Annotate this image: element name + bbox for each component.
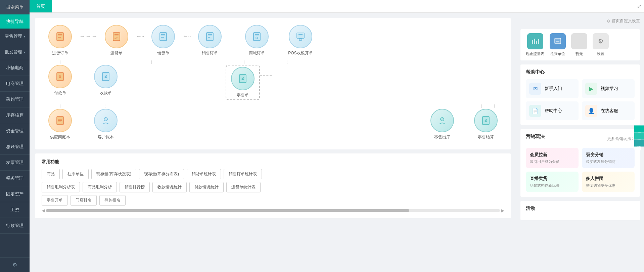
- wf-node-supplier-book[interactable]: 供应商账本: [42, 109, 79, 140]
- tab-home[interactable]: 首页: [30, 0, 52, 12]
- purchase-order-label: 进货订单: [52, 50, 68, 56]
- wf-node-purchase-order[interactable]: 进货订单: [42, 25, 79, 56]
- mkt-group[interactable]: 多人拼团 拼团购物享受优惠: [582, 172, 635, 192]
- sidebar-item-ecommerce-mgmt[interactable]: 电商管理: [0, 76, 30, 92]
- chevron-down-icon: ▾: [24, 35, 25, 38]
- scroll-track: [46, 209, 500, 212]
- receipt-icon: ¥: [94, 65, 118, 88]
- btn-goods-profit[interactable]: 商品毛利分析: [83, 182, 117, 192]
- down-arrows-row-2: ↓ ↓ ↓ ↓: [42, 103, 504, 109]
- cf-row-3: 零售开单 门店排名 导购排名: [42, 195, 504, 206]
- video-label: 视频学习: [601, 86, 618, 92]
- purchase-order-icon: [48, 25, 72, 48]
- btn-sale-rank[interactable]: 销售排行榜: [120, 182, 150, 192]
- sidebar-item-purchase[interactable]: 采购管理: [0, 92, 30, 107]
- contacts-label: 往来单位: [550, 51, 565, 56]
- pos-icon: [289, 25, 312, 48]
- wf-node-shop-order[interactable]: 商城订单: [238, 25, 275, 56]
- wf-node-retail-out[interactable]: 零售出库: [424, 109, 461, 140]
- sidebar-item-tax[interactable]: 税务管理: [0, 171, 30, 186]
- chevron-down-icon: ▾: [24, 50, 25, 54]
- svg-rect-19: [297, 33, 304, 38]
- gap-arrow: [79, 65, 87, 73]
- scroll-right-btn[interactable]: ▶: [501, 208, 504, 213]
- sidebar-item-admin[interactable]: 行政管理: [0, 218, 30, 234]
- help-center-icon: 📄: [529, 105, 541, 117]
- scrollbar[interactable]: ◀ ▶: [42, 208, 504, 213]
- tab-bar: 首页 ⤢: [30, 0, 644, 13]
- btn-sale-stats[interactable]: 销货单统计表: [187, 169, 221, 179]
- sidebar-item-invoice[interactable]: 发票管理: [0, 155, 30, 171]
- workflow-card: 进货订单 →→→ 进货单 ←·· 销货单: [35, 18, 511, 149]
- btn-retail-order[interactable]: 零售开单: [42, 195, 68, 206]
- qa-cashflow[interactable]: 现金流量表: [526, 33, 544, 56]
- help-center-item[interactable]: 📄 帮助中心: [526, 101, 579, 120]
- float-buttons: 客服热线 服务社区 桌面快捷: [634, 126, 644, 147]
- wf-node-purchase[interactable]: 进货单: [98, 25, 135, 56]
- mkt-fission[interactable]: 裂变分销 裂变式发展分销商: [582, 148, 635, 168]
- btn-guide-rank[interactable]: 导购排名: [99, 195, 126, 206]
- help-beginner[interactable]: ✉ 新手入门: [526, 79, 579, 98]
- online-service-icon: 👤: [585, 105, 597, 117]
- workflow-row-1: 进货订单 →→→ 进货单 ←·· 销货单: [42, 25, 504, 56]
- search-menu[interactable]: 搜索菜单: [0, 0, 30, 14]
- down-arrow-3: ↓: [226, 59, 263, 65]
- btn-payment-stats[interactable]: 付款情况统计: [189, 182, 224, 192]
- workflow-row-2: ¥ 付款单 ¥ 收款单: [42, 65, 504, 100]
- wf-node-payment[interactable]: ¥ 付款单: [42, 65, 79, 96]
- btn-store-rank[interactable]: 门店排名: [71, 195, 97, 206]
- btn-contacts[interactable]: 往来单位: [62, 169, 89, 179]
- expand-icon[interactable]: ⤢: [637, 3, 641, 9]
- beginner-icon: ✉: [529, 83, 541, 95]
- activity-title: 活动: [526, 206, 635, 212]
- sidebar-item-salary[interactable]: 工资: [0, 202, 30, 218]
- payment-label: 付款单: [54, 90, 66, 96]
- sidebar-item-finance[interactable]: 资金管理: [0, 123, 30, 139]
- qa-settings[interactable]: ⚙ 设置: [593, 33, 609, 56]
- community-btn[interactable]: 服务社区: [634, 133, 644, 140]
- scroll-left-btn[interactable]: ◀: [42, 208, 45, 213]
- more-marketing-link[interactable]: 更多营销玩法 >: [607, 136, 635, 142]
- wf-node-sale-order[interactable]: 销售订单: [191, 25, 228, 56]
- quick-nav[interactable]: 快捷导航: [0, 14, 30, 29]
- cashflow-label: 现金流量表: [526, 51, 544, 56]
- mkt-member[interactable]: 会员拉新 吸引用户成为会员: [526, 148, 579, 168]
- activity-section: 活动: [520, 201, 640, 220]
- sidebar-item-ledger[interactable]: 总账管理: [0, 139, 30, 155]
- svg-rect-0: [57, 33, 63, 41]
- sidebar-item-wholesale[interactable]: 批发管理 ▾: [0, 44, 30, 60]
- btn-stock-dist[interactable]: 现存量(库存分布表): [139, 169, 184, 179]
- qa-none[interactable]: 暂无: [571, 33, 587, 56]
- customize-settings-bar[interactable]: ⚙ 首页自定义设置: [520, 17, 640, 25]
- wf-node-receipt[interactable]: ¥ 收款单: [87, 65, 124, 96]
- customer-service-btn[interactable]: 客服热线: [634, 126, 644, 133]
- btn-sale-profit[interactable]: 销售毛利分析表: [42, 182, 80, 192]
- quick-access-bar: 现金流量表 往来单位 暂无 ⚙ 设置: [520, 29, 640, 60]
- btn-purchase-stats[interactable]: 进货单统计表: [226, 182, 261, 192]
- wf-node-pos[interactable]: POS收银开单: [282, 25, 319, 56]
- help-video[interactable]: ▶ 视频学习: [582, 79, 635, 98]
- pos-label: POS收银开单: [288, 50, 313, 56]
- btn-receipt-stats[interactable]: 收款情况统计: [152, 182, 187, 192]
- wf-node-retail-settle[interactable]: ¥ 零售结算: [467, 109, 504, 140]
- sidebar-item-retail[interactable]: 零售管理 ▾: [0, 29, 30, 44]
- btn-goods[interactable]: 商品: [42, 169, 60, 179]
- sidebar-item-assets[interactable]: 固定资产: [0, 186, 30, 202]
- desktop-shortcut-btn[interactable]: 桌面快捷: [634, 140, 644, 147]
- sidebar-item-inventory[interactable]: 库存核算: [0, 107, 30, 123]
- svg-text:¥: ¥: [241, 76, 244, 81]
- wf-node-customer-book[interactable]: 客户账本: [87, 109, 124, 140]
- qa-contacts[interactable]: 往来单位: [550, 33, 566, 56]
- svg-rect-38: [536, 41, 537, 44]
- btn-order-stats[interactable]: 销售订单统计表: [224, 169, 262, 179]
- settings-icon[interactable]: ⚙: [0, 257, 30, 272]
- workflow-row-3: 供应商账本 客户账本 零售出库: [42, 109, 504, 140]
- scroll-thumb[interactable]: [46, 209, 409, 212]
- wf-node-sale[interactable]: 销货单: [145, 25, 182, 56]
- down-arrows-row: ↓ ↓ ↓ ↓: [42, 59, 504, 65]
- sidebar-item-ecommerce-small[interactable]: 小畅电商: [0, 60, 30, 76]
- btn-stock-status[interactable]: 现存量(库存状况表): [91, 169, 136, 179]
- help-online-service[interactable]: 👤 在线客服: [582, 101, 635, 120]
- mkt-live[interactable]: 直播卖货 场景式购物新玩法: [526, 172, 579, 192]
- wf-node-retail[interactable]: ¥ 零售单: [228, 67, 258, 98]
